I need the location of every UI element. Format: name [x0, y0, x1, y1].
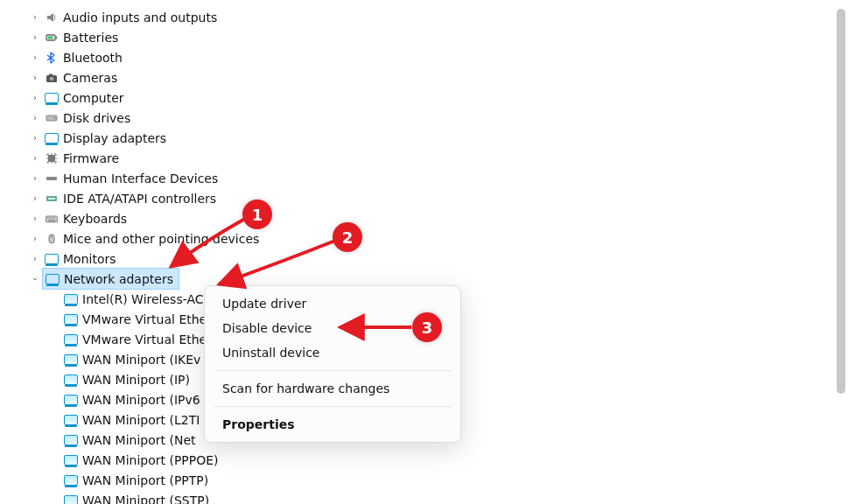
nic-icon: [63, 312, 79, 327]
monitor-icon: [44, 130, 60, 146]
scrollbar-thumb[interactable]: [837, 9, 845, 394]
nic-icon: [63, 291, 79, 307]
speaker-icon: [44, 10, 60, 25]
tree-item-nic[interactable]: WAN Miniport (PPTP): [21, 470, 848, 490]
tree-item-firmware[interactable]: › Firmware: [21, 148, 848, 168]
drive-icon: [44, 110, 60, 126]
tree-item-audio[interactable]: › Audio inputs and outputs: [21, 7, 848, 27]
tree-item-cameras[interactable]: › Cameras: [21, 67, 848, 88]
chevron-right-icon[interactable]: ›: [28, 71, 42, 85]
menu-label: Properties: [222, 417, 295, 431]
svg-rect-11: [48, 198, 55, 200]
menu-uninstall-device[interactable]: Uninstall device: [205, 340, 460, 365]
svg-rect-2: [48, 36, 53, 38]
tree-label: Monitors: [63, 249, 120, 269]
tree-label: WAN Miniport (PPPOE): [82, 451, 222, 470]
tree-label: WAN Miniport (IKEv: [82, 350, 204, 369]
chevron-right-icon[interactable]: ›: [28, 131, 42, 145]
tree-label: IDE ATA/ATAPI controllers: [63, 189, 220, 208]
tree-item-display[interactable]: › Display adapters: [21, 128, 848, 148]
monitor-icon: [44, 251, 60, 267]
tree-label: WAN Miniport (L2TI: [82, 410, 203, 430]
tree-label: Human Interface Devices: [63, 169, 221, 188]
tree-label: Audio inputs and outputs: [63, 8, 221, 27]
chevron-down-icon[interactable]: ›: [28, 272, 42, 286]
tree-label: WAN Miniport (IP): [82, 370, 193, 389]
tree-item-batteries[interactable]: › Batteries: [21, 27, 848, 47]
nic-icon: [63, 352, 79, 368]
nic-icon: [63, 372, 79, 388]
tree-label: VMware Virtual Ethe: [82, 310, 210, 329]
tree-item-nic[interactable]: WAN Miniport (SSTP): [21, 490, 848, 504]
menu-label: Disable device: [222, 321, 312, 335]
tree-label: Network adapters: [64, 270, 177, 289]
tree-label: VMware Virtual Ethe: [82, 330, 210, 349]
chip-icon: [44, 150, 60, 166]
tree-label: Keyboards: [63, 209, 130, 228]
svg-rect-8: [48, 155, 55, 162]
tree-label: Display adapters: [63, 129, 170, 148]
svg-rect-12: [46, 216, 58, 222]
tree-item-monitors[interactable]: › Monitors: [21, 248, 848, 269]
monitor-icon: [44, 90, 60, 106]
context-menu[interactable]: Update driver Disable device Uninstall d…: [204, 285, 461, 443]
svg-rect-9: [46, 177, 57, 180]
tree-label: WAN Miniport (IPv6: [82, 390, 204, 410]
callout-one: 1: [242, 200, 272, 229]
menu-label: Uninstall device: [222, 346, 319, 360]
camera-icon: [44, 70, 60, 86]
chevron-right-icon[interactable]: ›: [28, 10, 42, 24]
tree-item-disks[interactable]: › Disk drives: [21, 108, 848, 128]
menu-label: Update driver: [222, 297, 306, 311]
chevron-right-icon[interactable]: ›: [28, 232, 42, 246]
tree-label: WAN Miniport (SSTP): [82, 491, 213, 505]
callout-two: 2: [333, 222, 362, 252]
chevron-right-icon[interactable]: ›: [28, 192, 42, 206]
menu-separator: [214, 406, 452, 407]
tree-item-nic[interactable]: WAN Miniport (PPPOE): [21, 450, 848, 470]
svg-point-7: [54, 117, 56, 119]
nic-icon: [63, 452, 79, 468]
bluetooth-icon: [44, 50, 60, 66]
tree-label: Batteries: [63, 28, 122, 47]
nic-icon: [63, 493, 79, 505]
tree-label: Cameras: [63, 68, 121, 88]
usb-icon: [44, 171, 60, 186]
tree-item-computer[interactable]: › Computer: [21, 88, 848, 108]
tree-label: Firmware: [63, 149, 123, 168]
nic-icon: [63, 432, 79, 448]
chevron-right-icon[interactable]: ›: [28, 172, 42, 186]
menu-label: Scan for hardware changes: [222, 382, 389, 396]
chevron-right-icon[interactable]: ›: [28, 212, 42, 226]
tree-item-keyboards[interactable]: › Keyboards: [21, 208, 848, 228]
chevron-right-icon[interactable]: ›: [28, 252, 42, 266]
tree-item-ide[interactable]: › IDE ATA/ATAPI controllers: [21, 188, 848, 208]
chevron-right-icon[interactable]: ›: [28, 31, 42, 45]
tree-item-bluetooth[interactable]: › Bluetooth: [21, 47, 848, 67]
tree-item-mice[interactable]: › Mice and other pointing devices: [21, 228, 848, 248]
chevron-right-icon[interactable]: ›: [28, 151, 42, 165]
controller-icon: [44, 191, 60, 206]
svg-point-4: [50, 76, 53, 80]
tree-item-hid[interactable]: › Human Interface Devices: [21, 168, 848, 188]
chevron-right-icon[interactable]: ›: [28, 91, 42, 105]
tree-label: WAN Miniport (Net: [82, 430, 200, 450]
svg-rect-1: [56, 36, 58, 38]
callout-three: 3: [412, 312, 442, 342]
tree-label: Disk drives: [63, 108, 134, 128]
svg-rect-5: [49, 74, 53, 75]
menu-properties[interactable]: Properties: [205, 412, 460, 437]
tree-label: WAN Miniport (PPTP): [82, 471, 212, 490]
chevron-right-icon[interactable]: ›: [28, 111, 42, 125]
mouse-icon: [44, 231, 60, 247]
nic-icon: [63, 412, 79, 428]
chevron-right-icon[interactable]: ›: [28, 51, 42, 65]
tree-label: Intel(R) Wireless-AC: [82, 290, 207, 309]
tree-label: Bluetooth: [63, 48, 126, 67]
tree-label: Mice and other pointing devices: [63, 229, 263, 248]
nic-icon: [63, 472, 79, 488]
menu-separator: [214, 370, 452, 371]
tree-label: Computer: [63, 88, 128, 108]
menu-scan-hardware[interactable]: Scan for hardware changes: [205, 376, 460, 401]
keyboard-icon: [44, 211, 60, 227]
